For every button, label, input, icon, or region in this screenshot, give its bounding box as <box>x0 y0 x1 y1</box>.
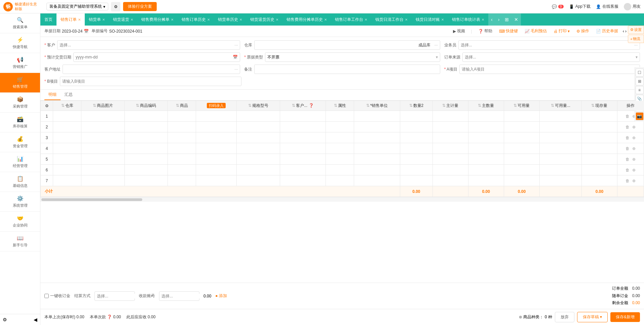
tab-sales-order[interactable]: 销售订单 ✕ <box>56 13 85 26</box>
save-new-btn[interactable]: 保存&新增 <box>610 312 640 322</box>
row1-main-unit[interactable] <box>432 111 468 122</box>
trial-btn[interactable]: 体验行业方案 <box>123 2 157 11</box>
row2-actions[interactable]: 🗑 ⊕ <box>617 122 644 132</box>
delivery-date-group[interactable]: 📅 <box>73 52 240 62</box>
tab-home[interactable]: 首页 <box>40 13 56 26</box>
row5-copy-icon[interactable]: ⊕ <box>632 157 636 162</box>
sidebar-item-sales[interactable]: 🛒 销售管理 <box>0 73 40 93</box>
invoice-type-group[interactable]: 不开票 ▾ <box>265 52 440 62</box>
system-selector[interactable]: 装备及固定资产辅助管理系统 ▾ <box>46 3 108 10</box>
row1-scan[interactable] <box>196 111 236 122</box>
address-group[interactable]: ··· <box>63 65 240 74</box>
right-tool-1[interactable]: ☐ <box>636 69 644 77</box>
salesperson-input-group[interactable]: ··· <box>458 40 640 50</box>
sidebar-item-enterprise[interactable]: 🤝 企业协同 <box>0 212 40 232</box>
sidebar-item-system[interactable]: ⚙️ 系统管理 <box>0 192 40 212</box>
tab-expand[interactable]: ⊞ <box>502 13 512 26</box>
one-click-checkout-label[interactable]: 一键收订金 <box>44 293 70 299</box>
tab-close-order-stats[interactable]: ✕ <box>482 18 484 22</box>
row5-delete-icon[interactable]: 🗑 <box>626 157 630 162</box>
warehouse-dots[interactable]: ··· <box>432 43 440 47</box>
sidebar-item-search[interactable]: 🔍 搜索菜单 <box>0 13 40 33</box>
row2-copy-icon[interactable]: ⊕ <box>632 125 636 129</box>
th-product-code[interactable]: ⇅商品编码 <box>124 101 168 111</box>
tab-close-all[interactable]: ✕ <box>512 13 521 26</box>
profit-btn[interactable]: 📈 毛利预估 <box>523 28 549 35</box>
th-sales-unit[interactable]: ⇅*销售单位 <box>354 101 400 111</box>
delivery-cal-icon[interactable]: 📅 <box>231 55 240 59</box>
row1-qty2[interactable] <box>400 111 432 122</box>
tab-order-workbench[interactable]: 销售订单工作台 ✕ <box>331 13 371 26</box>
settings-gear-icon[interactable]: ⚙ <box>3 317 7 322</box>
sidebar-item-marketing[interactable]: 📢 营销推广 <box>0 53 40 73</box>
customer-dots[interactable]: ··· <box>232 43 240 47</box>
right-tool-3[interactable]: ≡ <box>636 86 644 94</box>
row6-delete-icon[interactable]: 🗑 <box>626 168 630 172</box>
th-qty2[interactable]: ⇅数量2 <box>400 101 432 111</box>
view-video-btn[interactable]: ▶ 视频 <box>451 28 467 35</box>
th-available[interactable]: ⇅可用量 <box>504 101 539 111</box>
tab-close-sales-return[interactable]: ✕ <box>130 18 133 22</box>
discard-btn[interactable]: 放弃 <box>555 312 574 322</box>
row1-unit[interactable] <box>354 111 400 122</box>
row1-available2[interactable] <box>540 111 582 122</box>
th-spec[interactable]: ⇅规格型号 <box>237 101 280 111</box>
product-count-help-icon[interactable]: ⊙ <box>519 315 522 319</box>
logistics-quick-btn[interactable]: + 物流 <box>628 35 644 43</box>
address-dots[interactable]: ··· <box>232 67 240 72</box>
tab-sales-credit[interactable]: 销货单 ✕ <box>85 13 109 26</box>
tab-close-credit-history[interactable]: ✕ <box>239 18 242 22</box>
salesperson-dots[interactable]: ··· <box>632 43 640 47</box>
operations-btn[interactable]: ⚙ 操作 <box>574 28 591 35</box>
row1-image[interactable] <box>81 111 125 122</box>
tab-sales-return[interactable]: 销货退货 ✕ <box>109 13 137 26</box>
row1-product[interactable] <box>168 111 196 122</box>
tab-close-sales-fee[interactable]: ✕ <box>171 18 174 22</box>
tab-close-return-history[interactable]: ✕ <box>276 18 278 22</box>
detail-tab-detail[interactable]: 明细 <box>44 90 61 100</box>
a-project-group[interactable] <box>459 65 640 74</box>
invoice-dropdown-icon[interactable]: ▾ <box>434 55 440 59</box>
history-docs-btn[interactable]: 📄 历史单据 <box>594 28 620 35</box>
row2-delete-icon[interactable]: 🗑 <box>626 125 630 129</box>
sidebar-item-finance[interactable]: 💰 资金管理 <box>0 132 40 152</box>
tab-cash-account[interactable]: 钱货日清对账 ✕ <box>412 13 448 26</box>
tab-sales-fee-split[interactable]: 销售费用分摊单 ✕ <box>137 13 178 26</box>
tab-sales-return-history[interactable]: 销货退货历史 ✕ <box>246 13 282 26</box>
user-item[interactable]: 用友 <box>624 3 641 10</box>
customer-input[interactable] <box>58 43 232 47</box>
b-project-group[interactable] <box>60 77 241 86</box>
row1-stock[interactable] <box>581 111 617 122</box>
row1-main-qty[interactable] <box>468 111 504 122</box>
th-main-unit[interactable]: ⇅主计量 <box>432 101 468 111</box>
payment-method-select[interactable]: ▾ <box>94 291 135 301</box>
help-btn[interactable]: ❓ 帮助 <box>476 28 494 35</box>
tab-sales-order-history[interactable]: 销售订单历史 ✕ <box>178 13 214 26</box>
row4-actions[interactable]: 🗑 ⊕ <box>617 143 644 154</box>
right-tool-2[interactable]: ⊞ <box>636 77 644 85</box>
th-attribute[interactable]: ⇅属性 <box>326 101 354 111</box>
th-gear[interactable]: ⚙ <box>41 101 53 111</box>
row4-copy-icon[interactable]: ⊕ <box>632 146 636 151</box>
save-draft-dropdown[interactable]: ▾ <box>600 315 602 319</box>
save-draft-btn[interactable]: 保存草稿 ▾ <box>577 312 608 322</box>
th-main-qty[interactable]: ⇅主数量 <box>468 101 504 111</box>
tab-close-order-workbench[interactable]: ✕ <box>365 18 367 22</box>
row7-actions[interactable]: 🗑 ⊕ <box>617 175 644 186</box>
th-product[interactable]: ⇅商品 <box>168 101 196 111</box>
row4-delete-icon[interactable]: 🗑 <box>626 146 630 151</box>
row5-actions[interactable]: 🗑 ⊕ <box>617 154 644 165</box>
row1-attr[interactable] <box>326 111 354 122</box>
b-project-input[interactable] <box>60 79 241 84</box>
row7-copy-icon[interactable]: ⊕ <box>632 178 636 183</box>
collapse-icon[interactable]: ◀ <box>34 317 37 322</box>
sidebar-item-guide[interactable]: 📖 新手引导 <box>0 232 40 251</box>
order-source-group[interactable]: ▾ <box>462 52 640 62</box>
horizontal-scrollbar[interactable] <box>40 197 644 202</box>
notification-item[interactable]: 💬 9 <box>552 4 564 9</box>
tab-close-cash-workbench[interactable]: ✕ <box>405 18 408 22</box>
row7-delete-icon[interactable]: 🗑 <box>626 178 630 183</box>
warehouse-input-group[interactable]: 成品库 ··· <box>254 40 440 50</box>
calendar-icon[interactable]: 📅 <box>84 29 89 34</box>
scrollbar-thumb[interactable] <box>41 198 142 201</box>
